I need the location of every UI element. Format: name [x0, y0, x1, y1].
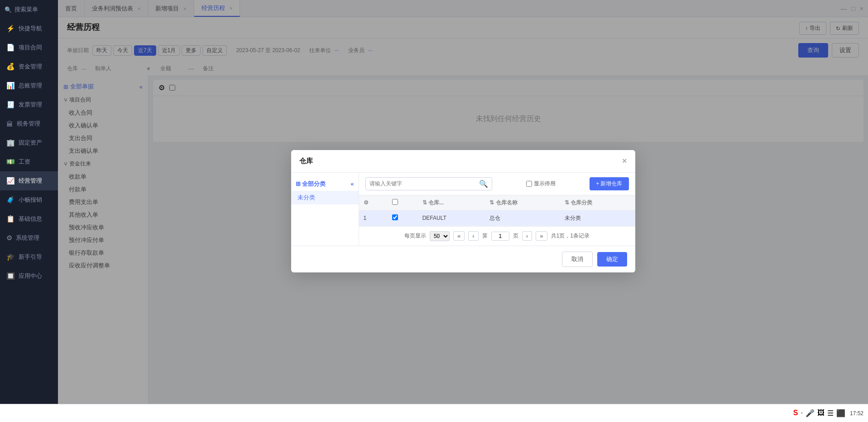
modal-per-page-select[interactable]: 50 [430, 231, 450, 241]
sidebar-item-jichu[interactable]: 📋基础信息 [0, 209, 58, 228]
taskbar-icon-3[interactable]: 🎤 [806, 409, 815, 417]
modal-left-collapse-icon[interactable]: « [350, 180, 354, 187]
modal-select-all[interactable] [392, 199, 398, 205]
show-disabled-checkbox-label[interactable]: 显示停用 [526, 180, 556, 188]
sidebar-item-yingyong[interactable]: 🔲应用中心 [0, 267, 58, 286]
modal-body: ⊞ 全部分类 « 未分类 🔍 [291, 173, 635, 246]
warehouse-modal: 仓库 × ⊞ 全部分类 « 未分类 [291, 150, 635, 272]
th-checkbox [388, 195, 418, 211]
modal-table-wrap: ⚙ ⇅ 仓库... ⇅ 仓库名称 ⇅ 仓库分类 1 DEFAULT 总仓 未分类 [359, 195, 635, 226]
sidebar-item-kuaijie[interactable]: ⚡快捷导航 [0, 19, 58, 38]
sidebar-item-gudingzichan[interactable]: 🏢固定资产 [0, 133, 58, 152]
show-disabled-checkbox[interactable] [526, 181, 532, 187]
modal-pagination: 每页显示 50 « ‹ 算 页 › » 共1页，1条记录 [359, 226, 635, 246]
modal-left-items: 未分类 [291, 191, 359, 204]
modal-right-panel: 🔍 显示停用 + 新增仓库 ⚙ [359, 173, 635, 246]
modal-table-body: 1 DEFAULT 总仓 未分类 [359, 210, 635, 226]
modal-page-input[interactable] [491, 232, 509, 241]
row-num: 1 [359, 210, 388, 226]
modal-search-input[interactable] [369, 180, 476, 187]
th-category: ⇅ 仓库分类 [560, 195, 635, 211]
sidebar-item-fapiao[interactable]: 🧾发票管理 [0, 95, 58, 114]
sidebar-item-xitong[interactable]: ⚙系统管理 [0, 228, 58, 247]
modal-total: 共1页，1条记录 [551, 232, 590, 240]
modal-left-header[interactable]: ⊞ 全部分类 « [291, 177, 359, 191]
modal-prev-btn[interactable]: ‹ [468, 231, 478, 241]
taskbar-icon-6[interactable]: ⬛ [836, 409, 845, 417]
modal-table: ⚙ ⇅ 仓库... ⇅ 仓库名称 ⇅ 仓库分类 1 DEFAULT 总仓 未分类 [359, 195, 635, 226]
taskbar-time: 17:52 [850, 410, 863, 417]
sidebar-item-jingying[interactable]: 📈经营管理 [0, 171, 58, 190]
modal-search-icon: 🔍 [479, 179, 488, 188]
modal-close-button[interactable]: × [622, 156, 627, 166]
th-code: ⇅ 仓库... [418, 195, 485, 211]
th-name: ⇅ 仓库名称 [485, 195, 560, 211]
row-code: DEFAULT [418, 210, 485, 226]
modal-all-category-label: ⊞ 全部分类 [296, 180, 326, 188]
modal-table-header: ⚙ ⇅ 仓库... ⇅ 仓库名称 ⇅ 仓库分类 [359, 195, 635, 211]
sidebar-item-xiangmu[interactable]: 📄项目合同 [0, 38, 58, 57]
confirm-button[interactable]: 确定 [597, 252, 627, 267]
modal-search-box[interactable]: 🔍 [365, 177, 492, 190]
modal-overlay: 仓库 × ⊞ 全部分类 « 未分类 [58, 0, 868, 422]
modal-next-btn[interactable]: › [522, 231, 532, 241]
taskbar-icon-5[interactable]: ☰ [827, 409, 834, 417]
modal-footer: 取消 确定 [291, 246, 635, 272]
sidebar-item-gongzi[interactable]: 💵工资 [0, 152, 58, 171]
main-area: 首页业务利润预估表×新增项目×经营历程× — □ × 经营历程 ↑ 导出 ↻ 刷… [58, 0, 868, 422]
sidebar-items: ⚡快捷导航📄项目合同💰资金管理📊总账管理🧾发票管理🏛税务管理🏢固定资产💵工资📈经… [0, 19, 58, 286]
modal-table-row[interactable]: 1 DEFAULT 总仓 未分类 [359, 210, 635, 226]
sidebar-item-xiaochang[interactable]: 🧳小畅报销 [0, 190, 58, 209]
add-warehouse-button[interactable]: + 新增仓库 [590, 177, 628, 190]
taskbar-icon-4[interactable]: 🖼 [817, 409, 825, 417]
modal-header: 仓库 × [291, 150, 635, 173]
row-checkbox[interactable] [388, 210, 418, 226]
modal-title: 仓库 [299, 157, 313, 165]
th-config: ⚙ [359, 195, 388, 211]
modal-toolbar: 🔍 显示停用 + 新增仓库 [359, 173, 635, 195]
taskbar-apps: S · 🎤 🖼 ☰ ⬛ [793, 409, 845, 417]
taskbar-icon-2[interactable]: · [801, 409, 803, 417]
search-icon: 🔍 [5, 6, 12, 13]
modal-left-item-未分类[interactable]: 未分类 [291, 191, 359, 204]
modal-last-btn[interactable]: » [536, 231, 547, 241]
taskbar: S · 🎤 🖼 ☰ ⬛ 17:52 [0, 404, 868, 422]
sidebar: 🔍 搜索菜单 ⚡快捷导航📄项目合同💰资金管理📊总账管理🧾发票管理🏛税务管理🏢固定… [0, 0, 58, 422]
row-name: 总仓 [485, 210, 560, 226]
sidebar-search[interactable]: 🔍 搜索菜单 [0, 0, 58, 19]
modal-left-panel: ⊞ 全部分类 « 未分类 [291, 173, 359, 246]
cancel-button[interactable]: 取消 [562, 252, 593, 267]
sidebar-item-zhanghu[interactable]: 📊总账管理 [0, 76, 58, 95]
taskbar-icon-1[interactable]: S [793, 409, 798, 417]
row-category: 未分类 [560, 210, 635, 226]
modal-first-btn[interactable]: « [453, 231, 465, 241]
sidebar-item-xinshou[interactable]: 🎓新手引导 [0, 247, 58, 267]
sidebar-item-zijin[interactable]: 💰资金管理 [0, 57, 58, 76]
sidebar-item-shuiwu[interactable]: 🏛税务管理 [0, 114, 58, 133]
